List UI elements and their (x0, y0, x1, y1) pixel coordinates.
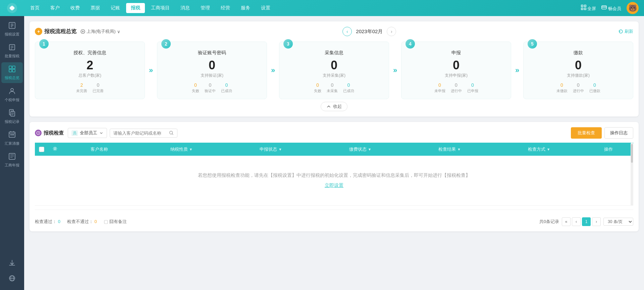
prev-page-btn[interactable]: ‹ (572, 217, 581, 226)
nav-item-票据[interactable]: 票据 (86, 3, 105, 13)
nav-item-收费[interactable]: 收费 (66, 3, 85, 13)
batch-tax-icon (8, 43, 16, 53)
overview-title: + 报税流程总览 (35, 28, 76, 35)
globe-icon (8, 275, 16, 283)
user-avatar[interactable]: 🐻 (627, 2, 639, 14)
first-page-btn[interactable]: « (562, 217, 571, 226)
nav-item-报税[interactable]: 报税 (126, 3, 145, 13)
step-subtitle-3: 支持采集(家) (285, 73, 383, 78)
fail-count[interactable]: 0 (94, 219, 97, 224)
step-stat-1-1: 2 未完善 (76, 82, 87, 93)
nav-items: 首页客户收费票据记账报税工商项目消息管理经营服务设置 (25, 3, 581, 13)
prev-month-btn[interactable]: ‹ (342, 27, 352, 36)
page-size-select[interactable]: 30 条/页 50 条/页 100 条/页 (603, 218, 633, 226)
collapse-btn[interactable]: 收起 (321, 102, 347, 111)
employee-filter[interactable]: 员 全部员工 (68, 128, 107, 138)
operation-log-btn[interactable]: 操作日志 (604, 127, 633, 139)
step-stat-1-2: 0 已完善 (93, 82, 104, 93)
svg-point-19 (11, 88, 13, 91)
nav-item-消息[interactable]: 消息 (176, 3, 195, 13)
svg-rect-33 (104, 220, 108, 224)
tax-records-icon (8, 109, 16, 118)
left-sidebar: 报税设置 批量报税 报税总览 个税申报 报税记录 汇算清缴 工商年报 (0, 16, 24, 290)
step-count-5: 0 (529, 59, 628, 71)
step-count-3: 0 (285, 59, 383, 71)
personal-tax-icon (8, 87, 16, 96)
month-navigation: ‹ 2023年02月 › (342, 27, 396, 36)
sidebar-item-annual-report[interactable]: 工商年报 (1, 150, 23, 170)
col-operation: 操作 (584, 143, 633, 156)
sidebar-label-annual-report: 工商年报 (5, 163, 19, 167)
empty-state: 若您想使用报税检查功能，请先在【报税设置】中进行报税的初始化设置，完成密码验证和… (39, 159, 629, 202)
tax-check-header: 报税检查 员 全部员工 批量检查 操作日志 (35, 127, 633, 139)
step-stats-5: 0 未缴款 0 进行中 0 已缴款 (529, 82, 628, 93)
footer-right: 共0条记录 « ‹ 1 › 30 条/页 50 条/页 100 条/页 (539, 217, 633, 226)
refresh-btn[interactable]: 刷新 (619, 28, 633, 34)
nav-item-客户[interactable]: 客户 (46, 3, 64, 13)
arrow-4: » (511, 42, 523, 99)
sidebar-item-globe[interactable] (1, 272, 23, 286)
fullscreen-btn[interactable]: 全屏 (581, 5, 596, 12)
step-stat-2-3: 0 已成功 (221, 82, 232, 93)
step-title-1: 授权、完善信息 (41, 50, 139, 56)
svg-rect-18 (12, 69, 15, 72)
top-navigation: 首页客户收费票据记账报税工商项目消息管理经营服务设置 全屏 畅会员 🐻 (0, 0, 644, 16)
tax-settings-icon (8, 21, 16, 31)
step-card-3: 3 采集信息 0 支持采集(家) 0 失败 0 未采集 0 已成功 (279, 42, 389, 99)
step-badge-2: 2 (161, 39, 171, 49)
sidebar-label-personal-tax: 个税申报 (5, 98, 19, 102)
sidebar-item-tax-settings[interactable]: 报税设置 (1, 19, 23, 39)
step-subtitle-2: 支持验证(家) (163, 73, 261, 78)
pass-count[interactable]: 0 (58, 219, 60, 224)
step-stat-4-1: 0 未申报 (434, 82, 445, 93)
svg-point-32 (54, 148, 56, 150)
nav-item-记账[interactable]: 记账 (106, 3, 125, 13)
search-box[interactable] (110, 129, 177, 138)
table-footer: 检查通过： 0 检查不通过： 0 囧有备注 共0条记录 « ‹ 1 (35, 214, 633, 226)
step-stat-2-2: 0 验证中 (205, 82, 216, 93)
sidebar-item-settlement[interactable]: 汇算清缴 (1, 128, 23, 148)
step-stat-5-2: 0 进行中 (573, 82, 584, 93)
sidebar-label-tax-overview: 报税总览 (5, 76, 19, 80)
settings-col-icon[interactable] (52, 146, 58, 151)
nav-item-首页[interactable]: 首页 (25, 3, 44, 13)
nav-item-服务[interactable]: 服务 (236, 3, 255, 13)
footer-left: 检查通过： 0 检查不通过： 0 囧有备注 (35, 219, 127, 225)
member-btn[interactable]: 畅会员 (601, 5, 621, 12)
current-page-btn[interactable]: 1 (582, 217, 591, 226)
sidebar-item-download[interactable] (1, 257, 23, 271)
step-card-4: 4 申报 0 支持申报(家) 0 未申报 0 进行中 0 已申报 (401, 42, 511, 99)
sidebar-item-tax-overview[interactable]: 报税总览 (1, 62, 23, 83)
settlement-icon (8, 131, 16, 140)
step-stat-3-2: 0 未采集 (327, 82, 338, 93)
next-page-btn[interactable]: › (592, 217, 601, 226)
step-subtitle-1: 总客户数(家) (41, 73, 139, 78)
step-badge-5: 5 (528, 39, 537, 49)
svg-rect-24 (12, 134, 13, 135)
search-input[interactable] (113, 131, 167, 136)
col-check-result: 检查结果 ▼ (405, 143, 494, 156)
step-count-4: 0 (407, 59, 505, 71)
batch-check-btn[interactable]: 批量检查 (571, 127, 602, 139)
svg-rect-11 (9, 45, 15, 50)
sidebar-item-batch-tax[interactable]: 批量报税 (1, 41, 23, 61)
svg-rect-2 (584, 5, 586, 7)
nav-item-工商项目[interactable]: 工商项目 (146, 3, 174, 13)
step-stats-2: 0 失败 0 验证中 0 已成功 (163, 82, 261, 93)
setup-link[interactable]: 立即设置 (46, 183, 623, 189)
select-all-checkbox[interactable] (39, 147, 44, 152)
tax-check-icon (35, 130, 42, 136)
sidebar-item-tax-records[interactable]: 报税记录 (1, 106, 23, 127)
sidebar-item-personal-tax[interactable]: 个税申报 (1, 84, 23, 105)
svg-rect-26 (9, 153, 15, 159)
nav-item-设置[interactable]: 设置 (256, 3, 275, 13)
nav-item-经营[interactable]: 经营 (216, 3, 235, 13)
svg-rect-25 (13, 134, 14, 135)
annual-report-icon (8, 152, 16, 162)
tax-overview-icon (8, 65, 16, 74)
next-month-btn[interactable]: › (387, 27, 396, 36)
location-tag[interactable]: 上海(电子税局) ∨ (80, 28, 120, 34)
step-badge-4: 4 (406, 39, 415, 49)
total-records: 共0条记录 (539, 219, 559, 225)
nav-item-管理[interactable]: 管理 (196, 3, 215, 13)
